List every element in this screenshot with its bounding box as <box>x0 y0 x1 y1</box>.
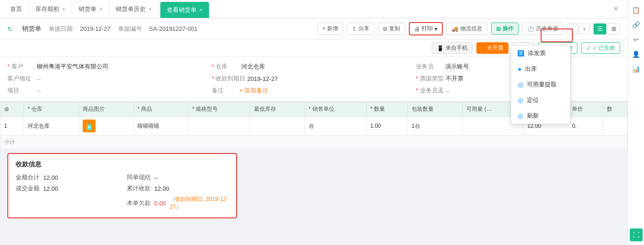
prev-arrow[interactable]: ‹ <box>567 23 578 34</box>
tab-inventory-label: 库存期初 <box>35 5 59 13</box>
tab-home-label: 首页 <box>10 5 22 13</box>
tab-sales-label: 销货单 <box>79 5 96 13</box>
cumulative-label: 累计收款 <box>127 184 151 193</box>
not-opened-button[interactable]: 未开票 <box>476 42 508 54</box>
sidebar-user-icon[interactable]: 👤 <box>630 48 643 61</box>
customer-value: 柳州粤港平安气体有限公司 <box>35 63 110 71</box>
col-price: 单价 <box>568 102 603 117</box>
deal-amount-label: 成交金额 <box>16 184 40 193</box>
subtotal-label: 小计 <box>0 136 627 149</box>
window-close-button[interactable]: × <box>608 4 624 14</box>
tab-view-sales-close[interactable]: × <box>199 7 203 13</box>
tab-inventory-close[interactable]: × <box>62 6 65 12</box>
col-warehouse: * 仓库 <box>24 102 79 117</box>
right-sidebar: 📋 🔗 ↩ 👤 📊 ⛶ <box>627 0 644 222</box>
add-note-button[interactable]: + 添加备注 <box>239 86 268 95</box>
print-button[interactable]: 🖨 打印 ▾ <box>409 22 443 35</box>
operations-button[interactable]: ⊞ 操作 <box>491 23 519 35</box>
warehouse-field: 仓库 河北仓库 <box>212 63 416 71</box>
not-opened-dot <box>481 46 485 50</box>
logistics-label: 物流信息 <box>460 25 482 33</box>
warehouse-value: 河北仓库 <box>239 63 267 71</box>
share-button[interactable]: ⇧ 分享 <box>347 23 374 35</box>
sidebar-doc-icon[interactable]: 📋 <box>630 4 643 17</box>
deal-amount-row: 成交金额 12.00 <box>16 184 118 193</box>
col-pack-qty: 包装数量 <box>407 102 462 117</box>
share-label: 分享 <box>358 25 369 33</box>
history-button[interactable]: 🕐 历史单据 <box>522 23 563 35</box>
history-label: 历史单据 <box>536 25 558 33</box>
next-arrow[interactable]: › <box>579 23 590 34</box>
tab-history-label: 销货单历史 <box>116 5 146 13</box>
tab-sales-close[interactable]: × <box>99 6 102 12</box>
address-value: -- <box>35 75 43 82</box>
address-field: 客户地址 -- <box>7 74 212 83</box>
tab-bar: 首页 库存期初 × 销货单 × 销货单历史 × 查看销货单 × × <box>0 0 627 18</box>
payment-grid: 金额合计 12.00 同单现结 -- 成交金额 12.00 累计收款 12.00… <box>16 173 229 211</box>
payment-info: 收款信息 金额合计 12.00 同单现结 -- 成交金额 12.00 累计收款 … <box>7 153 237 218</box>
tab-history-close[interactable]: × <box>148 6 152 12</box>
cell-product: 嘻嘻嘻嘻 <box>134 117 188 136</box>
doc-title-icon: ↻ <box>7 25 13 33</box>
copy-icon: ⧉ <box>383 26 387 32</box>
note-label: 备注 <box>212 86 239 95</box>
grid-icon: ⊞ <box>496 26 501 32</box>
cell-extra <box>603 117 627 136</box>
doc-actions: + 新增 ⇧ 分享 ⧉ 复制 🖨 打印 ▾ 🚚 物流信息 ⊞ 操作 <box>317 22 620 35</box>
operations-label: 操作 <box>503 25 514 33</box>
view-toggle: ☰ ⊞ <box>593 23 620 34</box>
same-order-value: -- <box>154 174 158 181</box>
arrears-label: 本单欠款 <box>127 199 151 207</box>
from-phone-label: 来自手机 <box>446 44 468 52</box>
total-amount-label: 金额合计 <box>16 173 40 182</box>
cell-pack-qty: 1台 <box>407 117 462 136</box>
customer-label: 客户 <box>7 63 35 71</box>
tab-home[interactable]: 首页 <box>4 0 29 18</box>
cell-warehouse: 河北仓库 <box>24 117 79 136</box>
add-invoice-label: 添发票 <box>528 49 546 57</box>
refresh-label: 刷新 <box>527 112 539 120</box>
print-dropdown-arrow: ▾ <box>435 26 437 32</box>
sidebar-return-icon[interactable]: ↩ <box>630 33 643 46</box>
cumulative-row: 累计收款 12.00 <box>127 184 229 193</box>
col-min-stock: 最低库存 <box>250 102 305 117</box>
effective-button[interactable]: ✓ ✓ 已生效 <box>581 42 620 54</box>
copy-button[interactable]: ⧉ 复制 <box>378 23 405 35</box>
project-value: -- <box>35 87 43 94</box>
sidebar-chart-icon[interactable]: 📊 <box>630 63 643 75</box>
ticket-value: 不开票 <box>444 74 465 83</box>
tab-view-sales[interactable]: 查看销货单 × <box>160 2 209 18</box>
cell-price: 0. <box>568 117 603 136</box>
truck-icon: 🚚 <box>452 26 458 32</box>
tab-inventory[interactable]: 库存期初 × <box>29 0 72 18</box>
dropdown-available-extract[interactable]: ◎ 可用量提取 <box>511 77 570 92</box>
dropdown-refresh[interactable]: ◎ 刷新 <box>511 108 570 124</box>
due-date-value: 2019-12-27 <box>245 75 280 82</box>
same-order-label: 同单现结 <box>127 173 151 182</box>
cell-min-stock <box>250 117 305 136</box>
new-button[interactable]: + 新增 <box>317 23 343 35</box>
col-product: * 商品 <box>134 102 188 117</box>
employee-label: 业务员 <box>416 63 443 71</box>
logistics-button[interactable]: 🚚 物流信息 <box>446 23 487 35</box>
grid-view-button[interactable]: ⊞ <box>607 23 620 34</box>
dropdown-add-invoice[interactable]: 票 添发票 <box>511 46 570 61</box>
tab-view-sales-label: 查看销货单 <box>167 6 197 14</box>
due-date-field: 收款到期日 2019-12-27 <box>212 74 416 83</box>
list-view-button[interactable]: ☰ <box>593 23 606 34</box>
total-amount-value: 12.00 <box>43 174 58 181</box>
col-settings[interactable]: ⚙ <box>0 102 24 117</box>
sidebar-link-icon[interactable]: 🔗 <box>630 18 643 31</box>
customer-field: 客户 柳州粤港平安气体有限公司 <box>7 63 212 71</box>
product-image-icon: 🧴 <box>85 122 94 131</box>
from-phone-button[interactable]: 📱 来自手机 <box>432 42 473 54</box>
tab-sales[interactable]: 销货单 × <box>72 0 109 18</box>
date-value: 2019-12-27 <box>80 25 111 32</box>
tab-history[interactable]: 销货单历史 × <box>109 0 158 18</box>
warehouse-label: 仓库 <box>212 63 239 71</box>
col-product-img: 商品图片 <box>79 102 133 117</box>
dropdown-outbound[interactable]: ● 出库 <box>511 61 570 77</box>
dropdown-locate[interactable]: ◎ 定位 <box>511 92 570 108</box>
extract-label: 可用量提取 <box>527 80 557 89</box>
subtotal-row: 小计 <box>0 136 627 149</box>
